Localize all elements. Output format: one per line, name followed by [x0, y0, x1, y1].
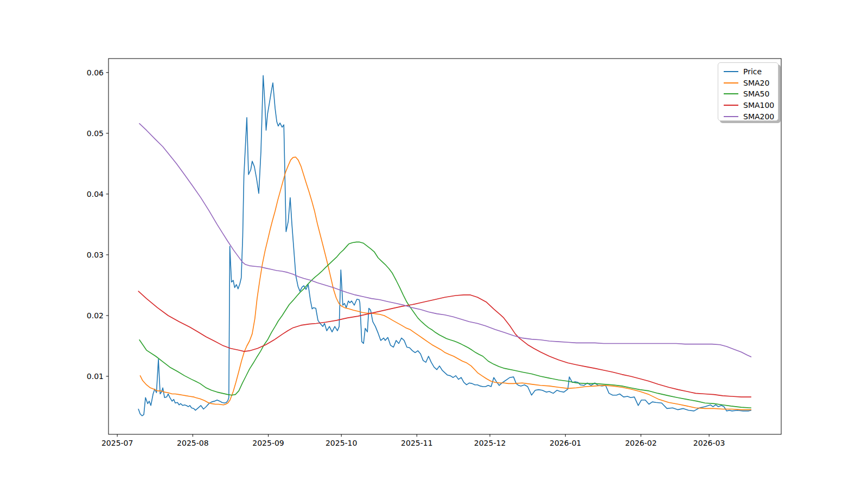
x-tick-label: 2026-01	[550, 439, 582, 447]
legend-line-sample-sma50	[724, 93, 738, 94]
y-tick-label: 0.03	[87, 251, 104, 259]
x-tick-label: 2025-08	[177, 439, 209, 447]
legend-item-sma20: SMA20	[724, 78, 773, 89]
x-tick-label: 2025-11	[401, 439, 433, 447]
x-tick-label: 2025-09	[252, 439, 284, 447]
chart-figure: 2025-072025-082025-092025-102025-112025-…	[0, 0, 868, 488]
legend-item-label: Price	[743, 68, 762, 75]
legend-item-label: SMA100	[743, 101, 774, 109]
legend-item-sma200: SMA200	[724, 111, 773, 122]
legend-item-sma100: SMA100	[724, 100, 773, 111]
x-tick-label: 2025-07	[101, 439, 133, 447]
legend-item-price: Price	[724, 66, 773, 78]
series-lines	[138, 75, 751, 415]
series-line-sma200	[139, 124, 751, 357]
y-tick-label: 0.02	[87, 311, 104, 320]
x-tick-label: 2026-02	[625, 439, 657, 447]
legend-line-sample-sma100	[724, 105, 738, 106]
legend-line-sample-price	[724, 71, 738, 72]
x-tick-label: 2025-10	[326, 439, 358, 447]
y-tick-label: 0.01	[87, 372, 104, 381]
figure-background: { "figure": { "background": "#ffffff", "…	[0, 0, 868, 488]
y-tick-label: 0.06	[87, 68, 104, 77]
x-tick-label: 2026-03	[693, 439, 725, 447]
legend-line-sample-sma200	[724, 116, 738, 117]
legend-line-sample-sma20	[724, 82, 738, 84]
legend-item-label: SMA200	[743, 113, 774, 120]
x-tick-label: 2025-12	[474, 439, 506, 447]
plot-border	[108, 59, 781, 434]
axis-tick-labels: 2025-072025-082025-092025-102025-112025-…	[87, 68, 725, 447]
legend-item-label: SMA20	[743, 79, 769, 87]
legend-box: PriceSMA20SMA50SMA100SMA200	[718, 62, 778, 121]
y-tick-label: 0.05	[87, 129, 104, 138]
series-line-sma20	[140, 157, 751, 410]
legend-item-sma50: SMA50	[724, 88, 773, 100]
series-line-sma100	[138, 291, 751, 397]
legend-item-label: SMA50	[743, 90, 769, 98]
y-tick-label: 0.04	[87, 190, 104, 198]
